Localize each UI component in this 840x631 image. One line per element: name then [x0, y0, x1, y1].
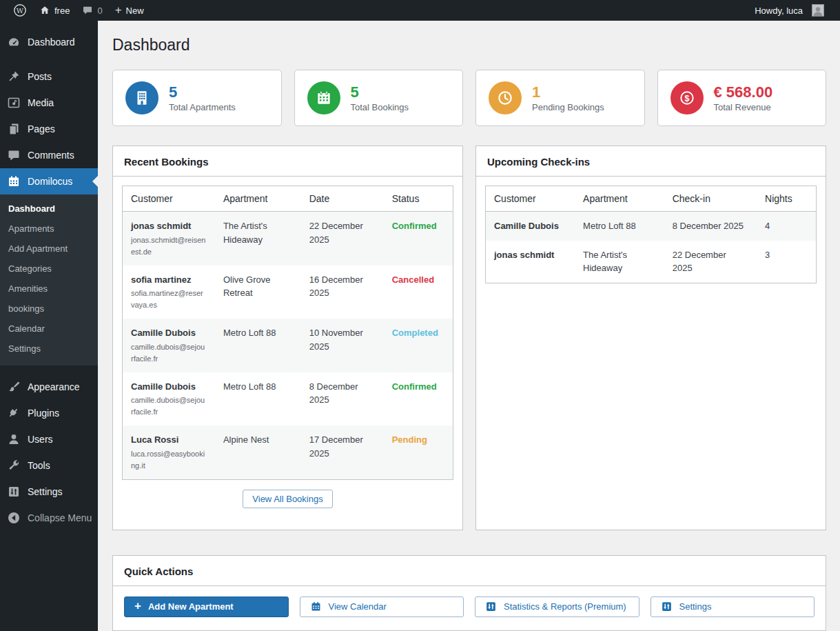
- sidebar-label: Appearance: [28, 381, 80, 392]
- sidebar-label: Collapse Menu: [28, 512, 92, 523]
- status-badge: Confirmed: [392, 381, 437, 392]
- svg-text:$: $: [684, 94, 689, 103]
- date-cell: 16 December 2025: [301, 266, 384, 319]
- submenu-item-dashboard[interactable]: Dashboard: [0, 199, 98, 219]
- status-cell: Completed: [384, 319, 453, 372]
- stat-label: Total Bookings: [351, 102, 409, 112]
- sidebar-item-appearance[interactable]: Appearance: [0, 374, 98, 400]
- sidebar-item-settings[interactable]: Settings: [0, 479, 98, 505]
- building-icon: [125, 81, 158, 114]
- collapse-arrow-icon: [7, 511, 21, 525]
- sidebar-item-users[interactable]: Users: [0, 426, 98, 452]
- sidebar-label: Plugins: [28, 408, 59, 419]
- plus-icon: +: [115, 4, 122, 16]
- stat-card-total-revenue: $ € 568.00 Total Revenue: [657, 70, 827, 126]
- column-header: Date: [301, 186, 384, 212]
- paintbrush-icon: [7, 380, 21, 394]
- customer-cell: jonas schmidtjonas.schmidt@reisenest.de: [123, 212, 215, 266]
- sidebar-item-comments[interactable]: Comments: [0, 142, 98, 168]
- settings-icon: [485, 601, 497, 612]
- submenu-item-apartments[interactable]: Apartments: [0, 219, 98, 239]
- upcoming-checkins-panel: Upcoming Check-ins Customer Apartment Ch…: [475, 146, 826, 530]
- new-content-menu[interactable]: + New: [109, 0, 150, 21]
- customer-cell: Camille Duboiscamille.dubois@sejourfacil…: [123, 319, 215, 372]
- date-cell: 22 December 2025: [301, 212, 384, 266]
- checkin-cell: 22 December 2025: [664, 241, 757, 283]
- column-header: Check-in: [664, 186, 757, 212]
- status-cell: Cancelled: [384, 266, 453, 319]
- view-all-bookings-button[interactable]: View All Bookings: [243, 490, 332, 508]
- submenu-item-add-apartment[interactable]: Add Apartment: [0, 239, 98, 259]
- sidebar-item-pages[interactable]: Pages: [0, 116, 98, 142]
- sidebar-item-media[interactable]: Media: [0, 90, 98, 116]
- column-header: Status: [384, 186, 453, 212]
- svg-text:W: W: [17, 7, 24, 14]
- table-row: jonas schmidtjonas.schmidt@reisenest.de …: [123, 212, 453, 266]
- status-cell: Confirmed: [384, 372, 453, 426]
- button-label: Settings: [679, 601, 712, 612]
- sidebar-item-dashboard[interactable]: Dashboard: [0, 29, 98, 55]
- plug-icon: [7, 406, 21, 420]
- howdy-text: Howdy, luca: [755, 6, 803, 16]
- apartment-cell: Metro Loft 88: [575, 212, 664, 241]
- customer-cell: Camille Dubois: [486, 212, 575, 241]
- sliders-icon: [7, 485, 21, 499]
- sidebar-label: Settings: [28, 486, 63, 497]
- stat-value: € 568.00: [714, 83, 773, 101]
- submenu-item-amenities[interactable]: Amenities: [0, 279, 98, 299]
- money-icon: $: [670, 81, 704, 114]
- current-menu-notch: [92, 176, 98, 187]
- stat-label: Total Apartments: [169, 102, 236, 112]
- apartment-cell: The Artist's Hideaway: [575, 241, 664, 283]
- sidebar-label: Pages: [28, 123, 55, 134]
- sidebar-item-tools[interactable]: Tools: [0, 452, 98, 479]
- view-calendar-button[interactable]: View Calendar: [300, 597, 464, 617]
- calendar-icon: [310, 601, 322, 612]
- page-title: Dashboard: [112, 32, 826, 61]
- button-label: Statistics & Reports (Premium): [504, 601, 626, 612]
- sidebar-label: Media: [28, 97, 54, 108]
- stat-card-total-bookings: 5 Total Bookings: [294, 70, 464, 126]
- new-label: New: [126, 6, 144, 16]
- calendar-icon: [307, 81, 340, 114]
- status-badge: Completed: [392, 328, 438, 338]
- comments-bubble[interactable]: 0: [76, 0, 108, 21]
- plus-icon: +: [134, 600, 141, 612]
- submenu-item-settings[interactable]: Settings: [0, 339, 98, 359]
- sidebar-item-domilocus[interactable]: Domilocus: [0, 168, 98, 194]
- submenu-item-categories[interactable]: Categories: [0, 259, 98, 279]
- table-row: Camille Dubois Metro Loft 88 8 December …: [486, 212, 817, 241]
- statistics-reports-button[interactable]: Statistics & Reports (Premium): [475, 597, 639, 617]
- account-menu[interactable]: Howdy, luca: [748, 0, 830, 21]
- media-icon: [7, 96, 21, 110]
- submenu-item-bookings[interactable]: bookings: [0, 299, 98, 319]
- customer-cell: sofia martinezsofia.martinez@reservaya.e…: [123, 266, 215, 319]
- quick-actions-panel: Quick Actions + Add New Apartment View C…: [112, 555, 826, 631]
- comment-icon: [7, 148, 21, 162]
- site-menu[interactable]: free: [33, 0, 76, 21]
- admin-sidebar: Dashboard Posts Media Pages Comments Dom…: [0, 21, 98, 631]
- sidebar-item-plugins[interactable]: Plugins: [0, 400, 98, 426]
- clock-icon: [489, 81, 522, 114]
- avatar: [812, 4, 824, 17]
- customer-cell: Luca Rossiluca.rossi@easybooking.it: [123, 425, 215, 479]
- user-icon: [7, 432, 21, 446]
- stat-value: 1: [532, 83, 604, 101]
- sidebar-item-collapse-menu[interactable]: Collapse Menu: [0, 505, 98, 531]
- wordpress-logo-icon[interactable]: W: [7, 0, 33, 21]
- sidebar-item-posts[interactable]: Posts: [0, 63, 98, 90]
- table-row: sofia martinezsofia.martinez@reservaya.e…: [123, 266, 453, 319]
- column-header: Customer: [486, 186, 575, 212]
- add-new-apartment-button[interactable]: + Add New Apartment: [124, 597, 289, 617]
- dashboard-gauge-icon: [7, 35, 21, 49]
- table-row: jonas schmidt The Artist's Hideaway 22 D…: [486, 241, 817, 283]
- settings-button[interactable]: Settings: [651, 597, 815, 617]
- pin-icon: [7, 70, 21, 83]
- admin-bar: W free 0 + New Howdy, luca: [0, 0, 840, 21]
- stat-label: Total Revenue: [714, 102, 773, 112]
- apartment-cell: Metro Loft 88: [215, 319, 301, 372]
- submenu-item-calendar[interactable]: Calendar: [0, 319, 98, 339]
- stat-value: 5: [351, 83, 409, 101]
- column-header: Customer: [123, 186, 215, 212]
- customer-cell: Camille Duboiscamille.dubois@sejourfacil…: [123, 372, 215, 426]
